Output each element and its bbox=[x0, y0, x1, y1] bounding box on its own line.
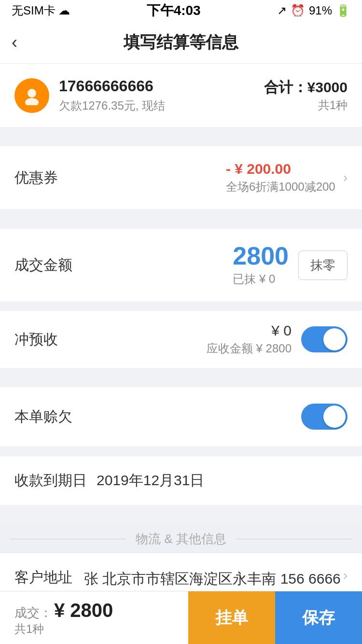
arrears-toggle[interactable] bbox=[301, 404, 348, 430]
coupon-label: 优惠券 bbox=[14, 168, 58, 188]
deal-amount-row: 成交金额 2800 已抹 ¥ 0 抹零 bbox=[0, 229, 362, 301]
bottom-bar: 成交： ¥ 2800 共1种 挂单 保存 bbox=[0, 591, 362, 644]
prepay-right: ¥ 0 应收金额 ¥ 2800 bbox=[207, 322, 348, 356]
deal-amount-right: 2800 已抹 ¥ 0 抹零 bbox=[233, 243, 348, 287]
coupon-row[interactable]: 优惠券 - ¥ 200.00 全场6折满1000减200 › bbox=[0, 146, 362, 210]
customer-right: 合计：¥3000 共1种 bbox=[264, 78, 348, 113]
back-button[interactable]: ‹ bbox=[12, 32, 17, 53]
customer-debt: 欠款1276.35元, 现结 bbox=[59, 98, 165, 113]
arrears-row: 本单赊欠 bbox=[0, 387, 362, 446]
bottom-deal-count: 共1种 bbox=[14, 621, 174, 637]
deal-amount-sub: 已抹 ¥ 0 bbox=[233, 271, 289, 287]
total-amount: 合计：¥3000 bbox=[264, 78, 348, 98]
bottom-deal-info: 成交： ¥ 2800 共1种 bbox=[0, 599, 188, 637]
avatar bbox=[14, 78, 49, 113]
divider-4 bbox=[0, 515, 362, 524]
prepay-amount: ¥ 0 bbox=[207, 322, 292, 339]
divider-line-right bbox=[236, 539, 352, 539]
bottom-deal-label: 成交： bbox=[14, 604, 52, 621]
due-date-value: 2019年12月31日 bbox=[97, 471, 204, 490]
battery-icon: 🔋 bbox=[336, 4, 350, 17]
nav-bar: ‹ 填写结算等信息 bbox=[0, 21, 362, 64]
address-chevron-icon: › bbox=[343, 568, 348, 583]
battery-text: 91% bbox=[309, 4, 332, 17]
arrears-label: 本单赊欠 bbox=[14, 407, 72, 427]
total-count: 共1种 bbox=[264, 98, 348, 113]
due-date-label: 收款到期日 bbox=[14, 471, 87, 490]
divider-line-left bbox=[10, 539, 126, 539]
prepay-info: ¥ 0 应收金额 ¥ 2800 bbox=[207, 322, 292, 356]
alarm-icon: ⏰ bbox=[291, 4, 305, 17]
divider-3 bbox=[0, 378, 362, 387]
hang-order-button[interactable]: 挂单 bbox=[188, 591, 275, 644]
customer-left: 17666666666 欠款1276.35元, 现结 bbox=[14, 77, 165, 113]
prepay-label: 冲预收 bbox=[14, 330, 58, 350]
coupon-chevron-icon: › bbox=[343, 170, 348, 185]
logistics-label: 物流 & 其他信息 bbox=[136, 531, 226, 547]
status-time: 下午4:03 bbox=[147, 1, 201, 20]
status-right: ↗ ⏰ 91% 🔋 bbox=[277, 4, 350, 17]
coupon-value: - ¥ 200.00 bbox=[226, 161, 335, 177]
customer-row: 17666666666 欠款1276.35元, 现结 合计：¥3000 共1种 bbox=[0, 64, 362, 127]
status-left: 无SIM卡 ☁ bbox=[12, 3, 70, 18]
coupon-sub: 全场6折满1000减200 bbox=[226, 179, 335, 195]
prepay-toggle[interactable] bbox=[301, 326, 348, 352]
address-label: 客户地址 bbox=[14, 568, 72, 588]
location-icon: ↗ bbox=[277, 4, 287, 17]
save-button[interactable]: 保存 bbox=[275, 591, 362, 644]
svg-point-0 bbox=[28, 89, 36, 98]
due-date-row: 收款到期日 2019年12月31日 bbox=[0, 456, 362, 505]
prepay-sub: 应收金额 ¥ 2800 bbox=[207, 341, 292, 356]
no-sim-text: 无SIM卡 ☁ bbox=[12, 3, 70, 18]
svg-point-1 bbox=[25, 98, 39, 105]
prepay-row: 冲预收 ¥ 0 应收金额 ¥ 2800 bbox=[0, 311, 362, 368]
divider-1 bbox=[0, 137, 362, 146]
deal-amount-value: 2800 bbox=[233, 243, 289, 268]
divider-2 bbox=[0, 219, 362, 229]
customer-info: 17666666666 欠款1276.35元, 现结 bbox=[59, 77, 165, 113]
coupon-right: - ¥ 200.00 全场6折满1000减200 › bbox=[226, 161, 348, 195]
round-zero-button[interactable]: 抹零 bbox=[298, 251, 348, 280]
deal-amount-label: 成交金额 bbox=[14, 255, 72, 275]
status-bar: 无SIM卡 ☁ 下午4:03 ↗ ⏰ 91% 🔋 bbox=[0, 0, 362, 21]
logistics-divider: 物流 & 其他信息 bbox=[0, 524, 362, 553]
page-title: 填写结算等信息 bbox=[124, 31, 238, 54]
customer-phone: 17666666666 bbox=[59, 77, 165, 95]
bottom-deal-amount: ¥ 2800 bbox=[54, 600, 113, 621]
